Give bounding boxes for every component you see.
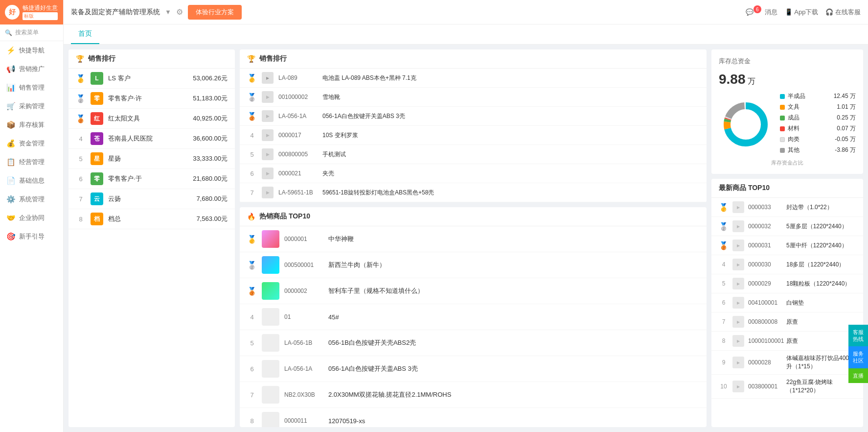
message-icon: 💬: [746, 8, 754, 16]
sidebar-item-sales[interactable]: 📊 销售管理: [0, 78, 63, 97]
tab-home[interactable]: 首页: [71, 24, 99, 44]
donut-chart: [719, 97, 773, 151]
product-row-1: 🥇 ▶ LA-089 电池盖 LA-089 ABS本色+黑种 7.1克: [240, 69, 707, 88]
product-img-1: ▶: [262, 72, 274, 84]
new-product-row-3: 🥉 ▶ 0000031 5厘中纤（1220*2440）: [711, 236, 863, 255]
search-icon: 🔍: [5, 29, 12, 36]
avatar-3: 红: [91, 112, 103, 125]
online-service-btn[interactable]: 🎧 在线客服: [825, 8, 861, 17]
finance-icon: 💰: [6, 139, 15, 148]
sales-row-8: 8 档 档总 7,563.00元: [69, 209, 235, 229]
medal-bronze-3: 🥉: [76, 114, 86, 123]
sales-rank-icon: 🏆: [76, 55, 84, 63]
new-img-7: ▶: [732, 316, 744, 328]
system-icon: ⚙️: [6, 195, 15, 204]
hot-img-5: [262, 334, 279, 352]
product-img-2: ▶: [262, 91, 274, 103]
search-menu[interactable]: 🔍 搜索菜单: [0, 24, 63, 41]
hot-img-3: [262, 282, 279, 300]
legend-dot-meat: [780, 137, 785, 142]
new-medal-2: 🥈: [719, 222, 729, 231]
dropdown-arrow-icon: ▼: [165, 8, 171, 16]
fire-icon: 🔥: [247, 213, 255, 220]
new-product-row-4: 4 ▶ 0000030 18多层（1220*2440）: [711, 255, 863, 274]
purchase-icon: 🛒: [6, 102, 15, 111]
product-row-2: 🥈 ▶ 001000002 雪地靴: [240, 88, 707, 107]
message-area[interactable]: 💬 6 消息: [746, 8, 777, 17]
new-product-row-5: 5 ▶ 0000029 18颗粒板（1220*2440）: [711, 274, 863, 293]
float-buttons: 客服 热线 服务 社区 直播: [848, 325, 868, 383]
customer-service-btn[interactable]: 客服 热线: [848, 325, 868, 347]
app-download-btn[interactable]: 📱 App下载: [785, 8, 818, 17]
sidebar-item-enterprise[interactable]: 🤝 企业协同: [0, 209, 63, 227]
top-bar-right: 💬 6 消息 📱 App下载 🎧 在线客服: [746, 8, 861, 17]
hot-products-header: 🔥 热销商品 TOP10: [240, 207, 707, 226]
newest-products-header: 最新商品 TOP10: [711, 179, 863, 198]
product-img-7: ▶: [262, 187, 274, 198]
page-nav: 首页: [64, 24, 868, 45]
customer-sales-list: 🥇 L LS 客户 53,006.26元 🥈 零 零售客户·许 51,183.0…: [69, 69, 235, 427]
sidebar-item-basic-info[interactable]: 📄 基础信息: [0, 171, 63, 190]
sidebar-item-inventory[interactable]: 📦 库存核算: [0, 116, 63, 134]
hot-row-4: 4 01 45#: [240, 304, 707, 330]
hot-img-6: [262, 360, 279, 378]
sales-row-6: 6 零 零售客户·于 21,680.00元: [69, 169, 235, 189]
new-product-row-8: 8 ▶ 10000100001 原查: [711, 332, 863, 351]
avatar-7: 云: [91, 192, 103, 205]
product-row-3: 🥉 ▶ LA-056-1A 056-1A白色按键开关盖ABS 3壳: [240, 107, 707, 126]
hot-img-1: [262, 230, 279, 248]
new-img-4: ▶: [732, 259, 744, 270]
legend-dot-semifinished: [780, 94, 785, 99]
legend-finished: 成品 0.25 万: [780, 114, 856, 122]
new-img-10: ▶: [732, 381, 744, 392]
new-img-2: ▶: [732, 220, 744, 232]
product-img-3: ▶: [262, 110, 274, 122]
sidebar-item-quick-nav[interactable]: ⚡ 快捷导航: [0, 41, 63, 60]
stock-amount: 9.88: [719, 72, 746, 87]
sidebar-item-marketing[interactable]: 📢 营销推广: [0, 60, 63, 78]
newest-products-list: 🥇 ▶ 0000033 封边带（1.0*22） 🥈 ▶ 0000032 5厘多层…: [711, 198, 863, 427]
sidebar-item-finance[interactable]: 💰 资金管理: [0, 134, 63, 153]
stock-panel: 库存总资金 9.88 万: [711, 49, 863, 174]
new-product-row-2: 🥈 ▶ 0000032 5厘多层（1220*2440）: [711, 217, 863, 236]
legend-other: 其他 -3.86 万: [780, 146, 856, 154]
avatar-1: L: [91, 72, 103, 85]
hot-row-7: 7 NB2.0X30B 2.0X30MM双搓花轴.搓花直径2.1MM/ROHS: [240, 382, 707, 408]
guide-icon: 🎯: [6, 232, 15, 241]
hot-img-2: [262, 256, 279, 274]
product-img-6: ▶: [262, 168, 274, 179]
settings-icon[interactable]: ⚙: [176, 7, 183, 17]
legend-meat: 肉类 -0.05 万: [780, 135, 856, 144]
sidebar-item-guide[interactable]: 🎯 新手引导: [0, 227, 63, 246]
hot-row-8: 8 0000011 12070519-xs: [240, 408, 707, 427]
enterprise-icon: 🤝: [6, 214, 15, 222]
sales-row-4: 4 苍 苍南县人民医院 36,600.00元: [69, 129, 235, 149]
new-img-6: ▶: [732, 297, 744, 309]
sales-row-1: 🥇 L LS 客户 53,006.26元: [69, 69, 235, 89]
new-product-row-7: 7 ▶ 000800008 原查: [711, 312, 863, 332]
new-product-row-10: 10 ▶ 003800001 22g鱼豆腐·烧烤味（1*12*20）: [711, 375, 863, 399]
customer-sales-header: 🏆 销售排行: [69, 49, 235, 69]
livestream-btn[interactable]: 直播: [848, 368, 868, 383]
avatar-5: 星: [91, 152, 103, 165]
sidebar-item-operations[interactable]: 📋 经营管理: [0, 153, 63, 171]
logo-icon: 好: [5, 5, 20, 20]
sidebar-item-purchase[interactable]: 🛒 采购管理: [0, 97, 63, 116]
medal-silver-2: 🥈: [76, 94, 86, 103]
sidebar-item-system[interactable]: ⚙️ 系统管理: [0, 190, 63, 209]
customer-sales-panel: 🏆 销售排行 🥇 L LS 客户 53,006.26元 🥈 零: [69, 49, 235, 427]
stock-title: 库存总资金: [719, 57, 751, 66]
new-img-5: ▶: [732, 278, 744, 289]
hot-products-panel: 🔥 热销商品 TOP10 🥇 0000001 中华神鞭 🥈: [240, 207, 707, 427]
legend-dot-stationery: [780, 105, 785, 110]
service-community-btn[interactable]: 服务 社区: [848, 346, 868, 368]
hot-products-list: 🥇 0000001 中华神鞭 🥈 000500001 新西兰牛肉（新牛）: [240, 226, 707, 427]
new-medal-3: 🥉: [719, 241, 729, 250]
trial-btn[interactable]: 体验行业方案: [188, 5, 242, 20]
product-img-4: ▶: [262, 129, 274, 141]
content-area: 🏆 销售排行 🥇 L LS 客户 53,006.26元 🥈 零: [64, 45, 868, 432]
phone-icon: 📱: [785, 8, 793, 16]
new-img-8: ▶: [732, 335, 744, 347]
hot-row-3: 🥉 0000002 智利车子里（规格不知道填什么）: [240, 278, 707, 304]
marketing-icon: 📢: [6, 65, 15, 73]
